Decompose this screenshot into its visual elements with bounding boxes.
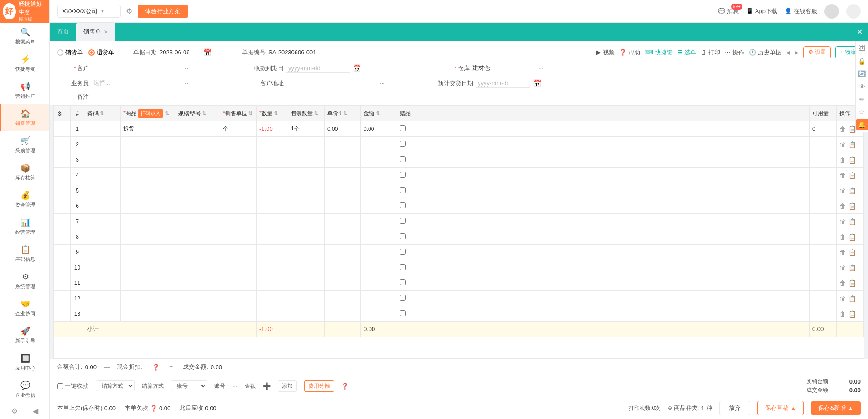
row-amount[interactable] — [361, 260, 397, 275]
setting-btn[interactable]: ⚙ 设置 — [803, 46, 830, 58]
row-delete-icon[interactable]: 🗑 — [839, 249, 846, 256]
row-unit[interactable] — [220, 260, 257, 275]
row-gift[interactable] — [397, 245, 424, 260]
row-gift[interactable] — [397, 214, 424, 229]
row-qty[interactable] — [257, 291, 288, 306]
row-pkgqty[interactable] — [288, 275, 325, 291]
sidebar-item-corp[interactable]: 🤝 企业协同 — [0, 294, 49, 322]
row-unit[interactable] — [220, 229, 257, 245]
row-unit[interactable] — [220, 198, 257, 214]
row-copy-icon[interactable]: 📋 — [849, 264, 856, 271]
row-amount[interactable] — [361, 137, 397, 152]
row-pkgqty[interactable] — [288, 183, 325, 198]
print-btn[interactable]: 🖨 打印 — [701, 48, 720, 57]
row-spec[interactable] — [175, 198, 220, 214]
row-spec[interactable] — [175, 137, 220, 152]
customer-value[interactable] — [92, 67, 182, 69]
row-amount[interactable] — [361, 245, 397, 260]
row-barcode[interactable] — [84, 275, 121, 291]
row-unit[interactable] — [220, 152, 257, 168]
row-copy-icon[interactable]: 📋 — [849, 141, 856, 148]
row-gift[interactable] — [397, 260, 424, 275]
row-spec[interactable] — [175, 183, 220, 198]
sidebar-item-guide[interactable]: 🚀 新手引导 — [0, 322, 49, 349]
row-goods[interactable] — [121, 260, 175, 275]
pay-method-select[interactable]: 结算方式 — [96, 380, 135, 391]
row-gift[interactable] — [397, 168, 424, 183]
row-delete-icon[interactable]: 🗑 — [839, 264, 846, 271]
help-icon[interactable]: ❓ — [341, 383, 349, 390]
tab-sales-order[interactable]: 销售单 ✕ — [76, 23, 115, 41]
abandon-btn[interactable]: 放弃 — [719, 401, 750, 415]
row-qty[interactable]: -1.00 — [257, 121, 288, 137]
row-barcode[interactable] — [84, 183, 121, 198]
select-order-btn[interactable]: ☰ 选单 — [677, 48, 696, 57]
side-panel-star-icon[interactable]: ☆ — [856, 106, 868, 118]
row-gift[interactable] — [397, 152, 424, 168]
row-goods[interactable] — [121, 183, 175, 198]
row-barcode[interactable] — [84, 306, 121, 322]
tab-close-icon[interactable]: ✕ — [104, 29, 108, 35]
row-pkgqty[interactable] — [288, 198, 325, 214]
expense-split-btn[interactable]: 费用分摊 — [304, 380, 334, 392]
row-copy-icon[interactable]: 📋 — [849, 187, 856, 194]
add-btn[interactable]: 添加 — [278, 380, 297, 392]
row-qty[interactable] — [257, 137, 288, 152]
row-spec[interactable] — [175, 229, 220, 245]
sidebar-item-basic[interactable]: 📋 基础信息 — [0, 240, 49, 267]
row-gift[interactable] — [397, 137, 424, 152]
row-spec[interactable] — [175, 245, 220, 260]
row-unit[interactable] — [220, 245, 257, 260]
row-delete-icon[interactable]: 🗑 — [839, 218, 846, 225]
quick-pay-checkbox[interactable]: 一键收款 — [57, 382, 88, 390]
row-barcode[interactable] — [84, 245, 121, 260]
payment-calendar-icon[interactable]: 📅 — [353, 64, 361, 72]
row-pkgqty[interactable] — [288, 137, 325, 152]
row-gift[interactable] — [397, 275, 424, 291]
row-copy-icon[interactable]: 📋 — [849, 249, 856, 256]
side-panel-edit-icon[interactable]: ✏ — [856, 93, 868, 105]
row-gift[interactable] — [397, 291, 424, 306]
row-qty[interactable] — [257, 306, 288, 322]
row-goods[interactable] — [121, 306, 175, 322]
row-barcode[interactable] — [84, 198, 121, 214]
sidebar-item-shortcut[interactable]: ⚡ 快捷导航 — [0, 50, 49, 77]
row-price[interactable] — [325, 275, 361, 291]
quick-pay-input[interactable] — [57, 383, 63, 389]
row-delete-icon[interactable]: 🗑 — [839, 125, 846, 133]
row-gift[interactable] — [397, 229, 424, 245]
sidebar-item-system[interactable]: ⚙ 系统管理 — [0, 267, 49, 294]
row-goods[interactable] — [121, 198, 175, 214]
save-new-btn[interactable]: 保存&新增 ▲ — [811, 401, 861, 415]
row-pkgqty[interactable] — [288, 245, 325, 260]
customer-addr-value[interactable] — [286, 82, 377, 84]
row-amount[interactable] — [361, 183, 397, 198]
row-goods[interactable] — [121, 275, 175, 291]
row-barcode[interactable] — [84, 291, 121, 306]
row-amount[interactable] — [361, 229, 397, 245]
row-delete-icon[interactable]: 🗑 — [839, 156, 846, 164]
history-btn[interactable]: 🕐 历史单据 — [749, 48, 781, 57]
row-qty[interactable] — [257, 229, 288, 245]
add-icon[interactable]: ➕ — [263, 382, 271, 390]
shortcut-btn[interactable]: ⌨ 快捷键 — [645, 48, 673, 57]
row-qty[interactable] — [257, 183, 288, 198]
row-spec[interactable] — [175, 260, 220, 275]
side-panel-refresh-icon[interactable]: 🔄 — [856, 68, 868, 80]
row-gift[interactable] — [397, 306, 424, 322]
radio-sales[interactable]: 销货单 — [57, 48, 83, 57]
row-price[interactable] — [325, 168, 361, 183]
header-gear-icon[interactable]: ⚙ — [126, 7, 132, 15]
row-goods[interactable] — [121, 137, 175, 152]
account-more-icon[interactable]: ··· — [233, 383, 238, 390]
row-spec[interactable] — [175, 275, 220, 291]
pay-account-select[interactable]: 账号 — [171, 380, 207, 391]
row-qty[interactable] — [257, 168, 288, 183]
row-barcode[interactable] — [84, 121, 121, 137]
tabbar-close-icon[interactable]: ✕ — [857, 28, 863, 36]
row-amount[interactable] — [361, 152, 397, 168]
sidebar-item-finance[interactable]: 💰 资金管理 — [0, 186, 49, 213]
row-pkgqty[interactable] — [288, 168, 325, 183]
company-selector[interactable]: XXXXXX公司 ▼ — [57, 5, 121, 18]
help-btn[interactable]: ❓ 帮助 — [619, 48, 640, 57]
